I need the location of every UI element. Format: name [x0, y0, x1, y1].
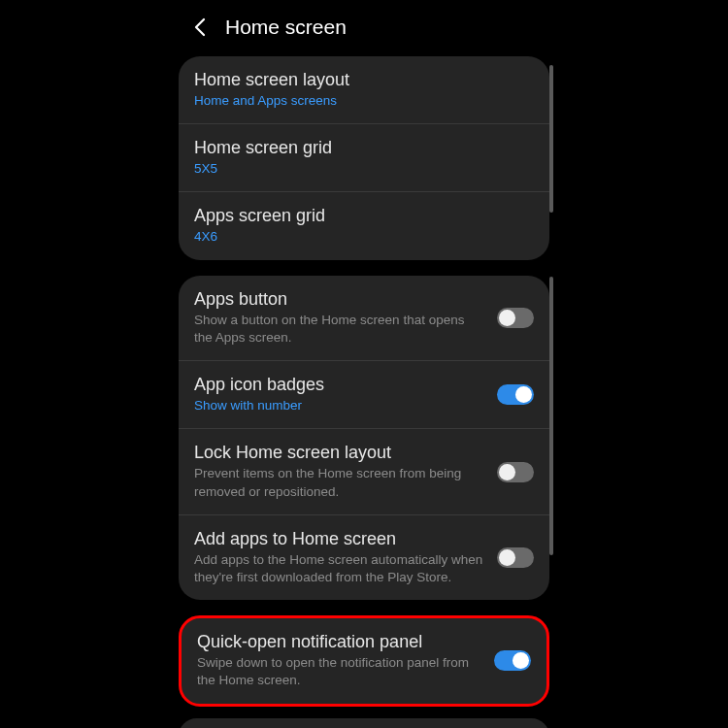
row-subtitle: Add apps to the Home screen automaticall… [194, 551, 485, 586]
row-title: Home screen grid [194, 138, 522, 158]
row-text: Lock Home screen layout Prevent items on… [194, 443, 497, 500]
row-home-screen-grid[interactable]: Home screen grid 5X5 [179, 124, 549, 192]
toggle-knob [499, 549, 515, 566]
row-title: Apps button [194, 289, 485, 310]
scrollbar-segment[interactable] [549, 277, 553, 555]
row-title: App icon badges [194, 375, 485, 395]
toggle-app-icon-badges[interactable] [497, 384, 534, 405]
toggle-knob [515, 386, 532, 403]
row-subtitle: Swipe down to open the notification pane… [197, 654, 482, 689]
row-text: Home screen layout Home and Apps screens [194, 70, 534, 110]
toggle-add-apps[interactable] [497, 547, 534, 568]
row-home-screen-layout[interactable]: Home screen layout Home and Apps screens [179, 56, 549, 124]
highlighted-setting: Quick-open notification panel Swipe down… [179, 615, 549, 706]
row-subtitle: Show a button on the Home screen that op… [194, 312, 485, 347]
row-quick-open-notification[interactable]: Quick-open notification panel Swipe down… [182, 618, 546, 703]
toggle-lock-layout[interactable] [497, 462, 534, 482]
row-app-icon-badges[interactable]: App icon badges Show with number [179, 361, 549, 429]
row-text: App icon badges Show with number [194, 375, 497, 414]
row-subtitle: Prevent items on the Home screen from be… [194, 465, 485, 500]
toggle-quick-open-notification[interactable] [494, 650, 531, 671]
row-lock-home-screen-layout[interactable]: Lock Home screen layout Prevent items on… [179, 429, 549, 514]
toggle-knob [513, 652, 529, 669]
page-title: Home screen [225, 16, 347, 39]
row-text: Apps screen grid 4X6 [194, 206, 534, 246]
row-title: Home screen layout [194, 70, 522, 90]
toggle-apps-button[interactable] [497, 308, 534, 328]
row-subtitle: Show with number [194, 397, 485, 414]
toggle-knob [499, 464, 515, 480]
row-text: Home screen grid 5X5 [194, 138, 534, 178]
settings-group-partial: Rotate to landscape mode [179, 718, 549, 728]
row-title: Apps screen grid [194, 206, 522, 226]
row-text: Add apps to Home screen Add apps to the … [194, 529, 497, 586]
row-subtitle: 4X6 [194, 228, 522, 246]
toggle-knob [499, 310, 515, 326]
row-apps-screen-grid[interactable]: Apps screen grid 4X6 [179, 192, 549, 259]
row-text: Apps button Show a button on the Home sc… [194, 289, 497, 347]
row-apps-button[interactable]: Apps button Show a button on the Home sc… [179, 276, 549, 361]
settings-group-apps: Apps button Show a button on the Home sc… [179, 276, 549, 601]
row-title: Quick-open notification panel [197, 632, 482, 652]
row-subtitle: Home and Apps screens [194, 92, 522, 110]
row-title: Lock Home screen layout [194, 443, 485, 463]
settings-group-layout: Home screen layout Home and Apps screens… [179, 56, 549, 260]
app-header: Home screen [175, 0, 553, 56]
settings-content: Home screen layout Home and Apps screens… [175, 56, 553, 728]
row-rotate-landscape[interactable]: Rotate to landscape mode [179, 718, 549, 728]
row-text: Quick-open notification panel Swipe down… [197, 632, 494, 689]
scrollbar-segment[interactable] [549, 65, 553, 213]
row-subtitle: 5X5 [194, 160, 522, 178]
back-icon[interactable] [192, 17, 208, 37]
row-add-apps-to-home[interactable]: Add apps to Home screen Add apps to the … [179, 515, 549, 600]
row-title: Add apps to Home screen [194, 529, 485, 549]
